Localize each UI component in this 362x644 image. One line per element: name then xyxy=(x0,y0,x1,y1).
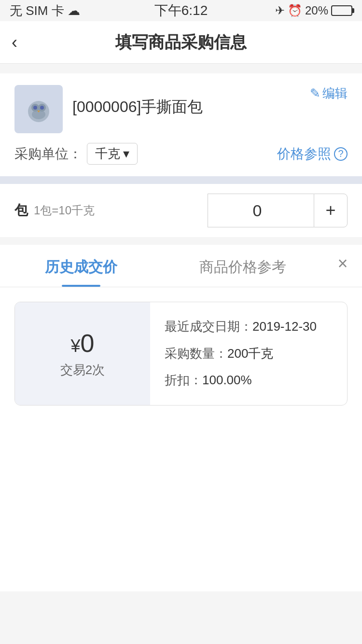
tab-content: ¥0 交易2次 最近成交日期：2019-12-30 采购数量：200千克 折扣：… xyxy=(0,302,362,591)
recent-date-value: 2019-12-30 xyxy=(252,319,317,334)
dropdown-arrow-icon: ▾ xyxy=(123,146,129,161)
status-bar: 无 SIM 卡 ☁ 下午6:12 ✈ ⏰ 20% xyxy=(0,0,362,21)
svg-point-3 xyxy=(33,106,37,110)
tabs-header: 历史成交价 商品价格参考 × xyxy=(0,245,362,287)
battery-percent: 20% xyxy=(305,4,328,17)
unit-value: 千克 xyxy=(95,145,120,162)
tab-history-price[interactable]: 历史成交价 xyxy=(0,245,162,287)
recent-date-row: 最近成交日期：2019-12-30 xyxy=(165,317,333,337)
tab-close-button[interactable]: × xyxy=(323,253,362,279)
discount-value: 100.00% xyxy=(202,373,252,387)
header: ‹ 填写商品采购信息 xyxy=(0,21,362,64)
currency-symbol: ¥ xyxy=(71,336,81,356)
status-left: 无 SIM 卡 ☁ xyxy=(10,2,80,19)
price-reference-button[interactable]: 价格参照 ? xyxy=(277,145,348,163)
purchase-qty-label: 采购数量： xyxy=(165,346,227,361)
nav-icon: ✈ xyxy=(275,4,285,17)
battery-icon xyxy=(331,5,352,16)
edit-button[interactable]: ✎ 编辑 xyxy=(310,85,348,102)
quantity-plus-button[interactable]: + xyxy=(314,194,348,227)
discount-label: 折扣： xyxy=(165,373,202,387)
product-image-icon xyxy=(22,92,56,126)
purchase-qty-row: 采购数量：200千克 xyxy=(165,344,333,364)
help-icon: ? xyxy=(334,147,348,161)
unit-dropdown[interactable]: 千克 ▾ xyxy=(87,143,138,165)
price-card-left: ¥0 交易2次 xyxy=(15,302,150,405)
price-card-right: 最近成交日期：2019-12-30 采购数量：200千克 折扣：100.00% xyxy=(150,302,347,405)
price-amount: ¥0 xyxy=(71,329,95,358)
unit-box-label: 包 xyxy=(14,201,28,220)
quantity-label: 包 1包=10千克 xyxy=(14,201,95,220)
status-time: 下午6:12 xyxy=(154,1,208,20)
edit-icon: ✎ xyxy=(310,86,320,101)
price-value: 0 xyxy=(81,329,95,357)
tabs-section: 历史成交价 商品价格参考 × ¥0 交易2次 最近成交日期：2019-12-30… xyxy=(0,245,362,591)
quantity-row: 包 1包=10千克 + xyxy=(0,184,362,237)
purchase-unit-row: 采购单位： 千克 ▾ xyxy=(14,143,138,165)
price-ref-label: 价格参照 xyxy=(277,145,331,163)
section-divider xyxy=(0,176,362,184)
purchase-unit-label: 采购单位： xyxy=(14,145,82,163)
price-card: ¥0 交易2次 最近成交日期：2019-12-30 采购数量：200千克 折扣：… xyxy=(14,302,348,406)
trade-count: 交易2次 xyxy=(60,362,105,378)
page-title: 填写商品采购信息 xyxy=(115,31,247,54)
purchase-qty-value: 200千克 xyxy=(227,346,273,361)
product-name: [0000006]手撕面包 xyxy=(72,97,203,118)
sim-wifi-label: 无 SIM 卡 ☁ xyxy=(10,3,80,18)
tab-price-reference[interactable]: 商品价格参考 xyxy=(162,245,323,287)
alarm-icon: ⏰ xyxy=(288,4,302,17)
product-thumbnail xyxy=(14,85,63,133)
unit-sub-label: 1包=10千克 xyxy=(34,203,95,218)
back-button[interactable]: ‹ xyxy=(12,32,17,53)
svg-point-4 xyxy=(40,106,44,110)
quantity-input-group: + xyxy=(208,194,348,227)
status-right: ✈ ⏰ 20% xyxy=(275,4,352,17)
recent-date-label: 最近成交日期： xyxy=(165,319,252,334)
discount-row: 折扣：100.00% xyxy=(165,370,333,391)
product-card: [0000006]手撕面包 ✎ 编辑 采购单位： 千克 ▾ 价格参照 ? xyxy=(0,73,362,176)
quantity-input[interactable] xyxy=(208,194,314,227)
